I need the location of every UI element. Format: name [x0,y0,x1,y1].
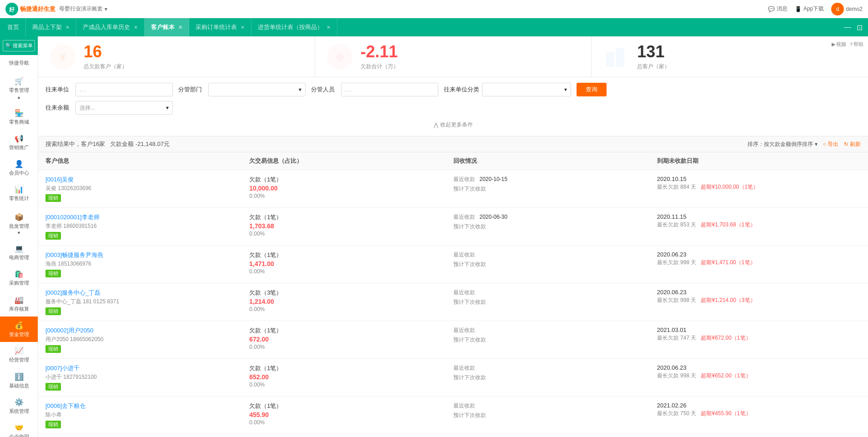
app-download-action[interactable]: 📱 App下载 [795,5,824,13]
customer-tag-5: 现销 [45,383,61,391]
chevron-down-icon-sort: ▾ [815,141,818,147]
debt-amount-2: 1,471.00 [249,260,453,267]
customer-name-link-6[interactable]: [0006]去下粮仓 [45,402,85,409]
table-row: [0006]去下粮仓 陈小希 现销 欠款（1笔） 455.90 0.00% 最近… [38,397,868,434]
tab-close-production-history[interactable]: ✕ [134,25,138,30]
table-row: [000001]黄思源 黄思源 13552700226 现销 欠款（1笔） 42… [38,434,868,437]
tab-minimize-icon[interactable]: — [842,22,853,33]
sidebar-item-purchase-mgmt[interactable]: 🛍️ 采购管理 [0,265,38,291]
sidebar-item-sys-mgmt[interactable]: ⚙️ 系统管理 [0,393,38,419]
customer-name-link-3[interactable]: [0002]服务中心_丁磊 [45,289,100,296]
overdue-link-1[interactable]: 超期¥1,703.68（1笔） [701,221,755,228]
table-row: [000002]用户2050 用户2050 18665062050 现销 欠款（… [38,321,868,359]
customer-name-link-1[interactable]: [0001020001]李老师 [45,214,100,221]
customer-name-link-0[interactable]: [0016]吴俊 [45,176,74,183]
due-cell-1: 2020.11.15 最长欠款 853 天 超期¥1,703.68（1笔） [657,213,861,229]
department-label: 分管部门 [178,85,206,94]
search-menu-button[interactable]: 🔍 搜索菜单 [3,40,35,51]
customer-meta-0: 吴俊 13026203696 [45,185,249,192]
source-unit-input[interactable]: ... [75,83,173,96]
tab-customer-account[interactable]: 客户账本 ✕ [145,18,189,36]
avatar: d [831,3,844,15]
debt-amount-6: 455.90 [249,411,453,418]
tab-production-history[interactable]: 产成品入库单历史 ✕ [76,18,145,36]
repay-cell-6: 最近收款 预计下次收款 [453,402,657,419]
sort-label: 排序：按欠款金额倒序排序 [748,141,813,148]
due-date-0: 2020.10.15 [657,176,861,182]
sidebar-item-retail-mgmt[interactable]: 🛒 零售管理 ▲ [0,72,38,104]
tab-close-incoming-summary[interactable]: ✕ [326,25,331,30]
debt-count-2: 欠款（1笔） [249,251,453,259]
help-button[interactable]: ? 帮助 [850,41,863,48]
overdue-link-0[interactable]: 超期¥10,000.00（1笔） [701,184,758,190]
repay-latest-1: 最近收款 2020-06-30 [453,213,657,221]
marketing-icon: 📢 [15,134,24,143]
sidebar-item-retail-stats[interactable]: 📊 零售统计 [0,181,38,206]
tab-purchase-summary[interactable]: 采购订单统计表 ✕ [189,18,251,36]
sidebar-item-batch-mgmt[interactable]: 📦 批发管理 ▼ [0,208,38,240]
overdue-link-2[interactable]: 超期¥1,471.00（1笔） [701,259,755,266]
customer-name-link-5[interactable]: [0007]小进千 [45,365,80,372]
repay-cell-4: 最近收款 预计下次收款 [453,326,657,344]
overdue-link-4[interactable]: 超期¥672.00（1笔） [701,335,751,341]
logo-icon: 好 [5,3,18,15]
repay-latest-6: 最近收款 [453,402,657,410]
tab-close-customer-account[interactable]: ✕ [178,25,182,30]
user-action[interactable]: d demo2 [831,3,863,15]
unit-category-select[interactable]: ▾ [482,83,571,96]
store-select[interactable]: 母婴行业演示账套 ▾ [59,5,107,13]
tab-close-purchase-summary[interactable]: ✕ [241,25,245,30]
overdue-link-3[interactable]: 超期¥1,214.00（3笔） [701,297,755,303]
repay-cell-0: 最近收款 2020-10-15 预计下次收款 [453,176,657,193]
sidebar-item-ops-mgmt[interactable]: 📈 经营管理 [0,342,38,367]
sidebar-item-marketing[interactable]: 📢 营销推广 [0,130,38,155]
col-repay-status: 回收情况 [453,157,657,165]
collapse-button[interactable]: ⋀ 收起更多条件 [434,121,473,129]
overdue-link-5[interactable]: 超期¥652.00（1笔） [701,372,751,379]
sidebar-item-basic-info[interactable]: ℹ️ 基础信息 [0,368,38,393]
repay-latest-0: 最近收款 2020-10-15 [453,176,657,183]
export-button[interactable]: ○ 导出 [823,141,838,148]
repay-next-6: 预计下次收款 [453,412,657,419]
department-select[interactable]: ▾ [208,83,306,96]
sidebar-item-enterprise-coop[interactable]: 🤝 企业协同 [0,419,38,437]
table-row: [0002]服务中心_丁磊 服务中心_丁磊 181 0125 8371 现销 欠… [38,283,868,321]
sidebar-item-capital-mgmt[interactable]: 💰 资金管理 [0,316,38,342]
batch-mgmt-icon: 📦 [15,213,24,221]
sidebar-item-retail-mall[interactable]: 🏪 零售商城 [0,104,38,130]
debt-cell-0: 欠款（1笔） 10,000.00 0.00% [249,176,453,199]
repay-latest-3: 最近收款 [453,289,657,296]
col-customer-info: 客户信息 [45,157,249,165]
tab-maximize-icon[interactable]: ⊡ [855,22,864,33]
sidebar-item-stock-check[interactable]: 🏭 库存核算 [0,291,38,316]
sort-select[interactable]: 排序：按欠款金额倒序排序 ▾ [748,141,818,148]
manager-input[interactable]: ... [341,83,438,96]
sidebar-item-member-center[interactable]: 👤 会员中心 [0,155,38,181]
message-action[interactable]: 💬 消息 [768,5,788,13]
stat-card-debt-amount: -2.11 欠款合计（万） [315,36,592,77]
stat-card-total-customers: 131 总客户（家） ▶ 视频 ? 帮助 [592,36,868,77]
tab-product-online[interactable]: 商品上下架 ✕ [26,18,76,36]
member-icon: 👤 [15,160,24,168]
svg-rect-6 [616,48,624,67]
balance-select[interactable]: 选择... ▾ [75,101,173,115]
results-actions: 排序：按欠款金额倒序排序 ▾ ○ 导出 ↻ 刷新 [748,141,861,148]
tab-incoming-summary[interactable]: 进货单统计表（按商品） ✕ [251,18,337,36]
customer-meta-6: 陈小希 [45,411,249,419]
overdue-link-6[interactable]: 超期¥455.90（1笔） [701,410,751,417]
debt-cell-4: 欠款（1笔） 672.00 0.00% [249,326,453,350]
refresh-button[interactable]: ↻ 刷新 [844,141,861,148]
filter-manager: 分管人员 ... [311,83,438,96]
tab-close-product-online[interactable]: ✕ [65,25,70,30]
debt-count-4: 欠款（1笔） [249,326,453,335]
customer-name-link-2[interactable]: [0003]畅捷服务尹海燕 [45,251,103,258]
search-button[interactable]: 查询 [577,83,607,96]
chevron-down-icon-bal: ▾ [166,105,169,111]
sidebar-item-quick-nav[interactable]: 快捷导航 [0,55,38,70]
total-customers-icon [602,43,630,70]
due-days-4: 最长欠款 747 天 超期¥672.00（1笔） [657,334,861,342]
customer-name-link-4[interactable]: [000002]用户2050 [45,327,94,334]
sidebar-item-ecom-mgmt[interactable]: 💻 电商管理 [0,240,38,265]
tab-home[interactable]: 首页 [4,18,26,36]
video-help-button[interactable]: ▶ 视频 [832,41,846,48]
